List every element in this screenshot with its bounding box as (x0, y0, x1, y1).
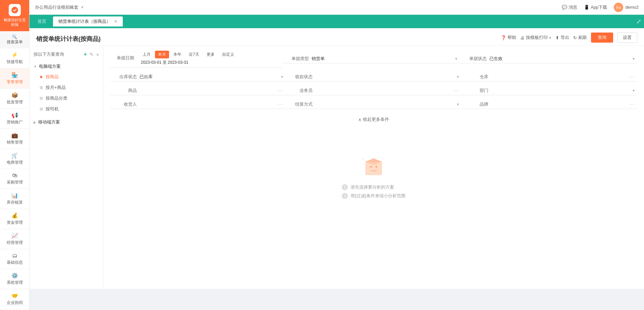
svg-text:✦: ✦ (380, 171, 382, 174)
print-button[interactable]: 🖨 按模板打印 ▾ (520, 35, 551, 41)
export-button[interactable]: ⬆ 导出 (555, 35, 569, 41)
sidebar-item-wholesale[interactable]: 📦 批发管理 (0, 89, 29, 109)
sidebar-item-marketing[interactable]: 📢 营销推广 (0, 109, 29, 129)
scheme-by-product[interactable]: ● 按商品 (30, 71, 103, 82)
sidebar-item-operations[interactable]: 📈 经营管理 (0, 229, 29, 249)
page-inner: 销货单统计计表(按商品) ❓ 帮助 🖨 按模板打印 ▾ ⬆ 导出 (30, 28, 644, 289)
dept-arrow[interactable]: ▾ (633, 88, 635, 93)
empty-state: ✦ ✦ ✦ 1 请先选择要分析的方案 2 (110, 126, 637, 219)
avatar-text: Ea (616, 5, 621, 9)
system-icon: ⚙️ (11, 272, 18, 279)
empty-tip-2: 2 用[过滤]条件来缩小分析范围 (342, 193, 405, 199)
wholesale-icon: 📦 (11, 92, 18, 98)
tab-report[interactable]: 销货单统计计表（按商品） ✕ (53, 16, 123, 27)
svg-point-0 (11, 7, 18, 13)
warehouse-dots[interactable]: ··· (629, 74, 635, 80)
sidebar-item-sales[interactable]: 💼 销售管理 (0, 129, 29, 149)
by-month-product-label: 按月+商品 (46, 85, 66, 91)
avatar: Ea (614, 3, 623, 12)
scheme-by-category[interactable]: ⊞ 按商品分类 (30, 93, 103, 104)
sidebar-item-enterprise[interactable]: 🤝 企业协同 (0, 289, 29, 309)
message-icon: 💬 (562, 5, 567, 10)
doc-status-label: 单据状态 (463, 56, 489, 62)
tip-num-1: 1 (342, 184, 348, 190)
product-dots[interactable]: ··· (278, 88, 283, 94)
panel-title: 按以下方案查询 (34, 51, 64, 57)
export-icon: ⬆ (555, 35, 559, 40)
outbound-value: 已出库 (140, 74, 281, 80)
user-label: demo2 (625, 5, 639, 10)
tab-expand-button[interactable]: ⤢ (636, 18, 641, 25)
page-actions: ❓ 帮助 🖨 按模板打印 ▾ ⬆ 导出 ↻ 刷新 (501, 32, 637, 46)
collapse-panel-button[interactable]: « (96, 52, 99, 57)
app-name: 畅捷信好生意 (4, 17, 26, 22)
sidebar-item-shortcut[interactable]: ⚡ 快捷导航 (0, 48, 29, 68)
desktop-section-title[interactable]: ▼ 电脑端方案 (30, 61, 103, 71)
empty-tip-1: 1 请先选择要分析的方案 (342, 184, 405, 190)
payment-status-arrow[interactable]: ▾ (457, 74, 459, 79)
refresh-button[interactable]: ↻ 刷新 (573, 35, 587, 41)
svg-point-2 (370, 166, 372, 168)
expand-icon: ⤢ (636, 18, 641, 25)
date-tab-more[interactable]: 更多 (204, 51, 218, 58)
sidebar-item-search[interactable]: 🔍 搜索菜单 (0, 31, 29, 48)
app-download-label: App下载 (591, 4, 607, 10)
app-download-button[interactable]: 📱 App下载 (584, 4, 607, 10)
filter-row-1: 单据日期 上月 本月 本年 近7天 更多 自定义 2023-03-01 至 20… (110, 50, 637, 68)
doc-status-arrow[interactable]: ▾ (633, 56, 635, 61)
finance-icon: 💰 (11, 212, 18, 219)
sidebar-item-ecommerce[interactable]: 🛒 电商管理 (0, 149, 29, 169)
date-range-value: 2023-03-01 至 2023-03-31 (141, 60, 188, 65)
system-label: 系统管理 (7, 280, 23, 286)
mobile-section-title[interactable]: ▶ 移动端方案 (30, 117, 103, 127)
breadcrumb: 办公用品行业模拟账套 (35, 4, 78, 10)
active-dot-icon: ● (40, 74, 43, 80)
sidebar-item-retail[interactable]: 🏪 零售管理 (0, 68, 29, 89)
basic-label: 基础信息 (7, 260, 23, 265)
brand-dots[interactable]: ··· (629, 101, 635, 107)
tab-home[interactable]: 首页 (32, 16, 52, 27)
scheme-by-driver[interactable]: ⊞ 按司机 (30, 104, 103, 114)
sales-icon: 💼 (11, 132, 18, 139)
page-title: 销货单统计计表(按商品) (36, 35, 101, 43)
date-tab-custom[interactable]: 自定义 (219, 51, 237, 58)
date-tab-7days[interactable]: 近7天 (186, 51, 202, 58)
sidebar-item-basic[interactable]: 🗂 基础信息 (0, 249, 29, 269)
svg-point-3 (375, 166, 377, 168)
payment-method-label: 结算方式 (288, 101, 315, 107)
receiver-dots[interactable]: ··· (278, 101, 283, 107)
sidebar-item-purchase[interactable]: 🛍 采购管理 (0, 169, 29, 189)
help-button[interactable]: ❓ 帮助 (501, 35, 516, 41)
sidebar-item-finance[interactable]: 💰 资金管理 (0, 209, 29, 229)
sidebar-item-inventory[interactable]: 📊 库存核算 (0, 189, 29, 209)
top-header: 办公用品行业模拟账套 ▾ 💬 消息 📱 App下载 Ea demo2 (30, 0, 644, 15)
payment-method-arrow[interactable]: ▾ (457, 102, 459, 107)
tip-text-1: 请先选择要分析的方案 (351, 184, 394, 190)
settings-button[interactable]: 设置 (617, 32, 637, 43)
retail-icon: 🏪 (11, 72, 18, 78)
collapse-arrow-icon: ∧ (358, 117, 362, 122)
enterprise-label: 企业协同 (7, 300, 23, 306)
grid-icon-2: ⊞ (40, 96, 43, 101)
edit-scheme-button[interactable]: ✎ (90, 52, 94, 57)
add-scheme-button[interactable]: + (84, 51, 87, 57)
sidebar-item-system[interactable]: ⚙️ 系统管理 (0, 269, 29, 289)
mobile-label: 移动端方案 (38, 119, 60, 125)
basic-icon: 🗂 (12, 253, 17, 259)
scheme-by-month-product[interactable]: ⊞ 按月+商品 (30, 82, 103, 93)
user-menu-button[interactable]: Ea demo2 (614, 3, 639, 12)
tab-home-label: 首页 (38, 18, 46, 24)
doc-type-arrow[interactable]: ▾ (455, 56, 457, 61)
date-tab-this-year[interactable]: 本年 (170, 51, 184, 58)
date-tab-this-month[interactable]: 本月 (155, 51, 169, 58)
query-button[interactable]: 查询 (591, 33, 613, 43)
wholesale-label: 批发管理 (7, 99, 23, 105)
date-tab-last-month[interactable]: 上月 (140, 51, 154, 58)
tab-close-icon[interactable]: ✕ (114, 19, 117, 24)
page-body: 销货单统计计表(按商品) ❓ 帮助 🖨 按模板打印 ▾ ⬆ 导出 (30, 28, 644, 310)
salesperson-dots[interactable]: ··· (453, 88, 459, 94)
dropdown-arrow[interactable]: ▾ (81, 5, 84, 10)
outbound-arrow[interactable]: ▾ (281, 74, 283, 79)
message-button[interactable]: 💬 消息 (562, 4, 577, 10)
collapse-bar[interactable]: ∧ 收起更多条件 (110, 114, 637, 126)
